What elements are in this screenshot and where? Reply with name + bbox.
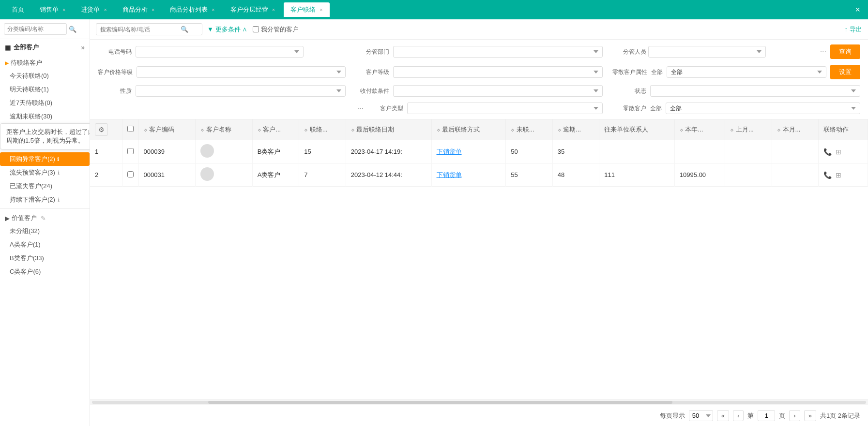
- sidebar-abnormal-repurchase[interactable]: 回购异常客户(2) ℹ: [0, 152, 90, 166]
- price-grade-select[interactable]: [137, 66, 346, 78]
- th-this-month-label: ⬦ 本月...: [777, 126, 800, 133]
- retail-customer-label: 零散客户: [612, 104, 646, 113]
- next-page-button[interactable]: ›: [789, 410, 800, 421]
- type-dots[interactable]: ···: [355, 104, 365, 113]
- th-name[interactable]: ⬦ 客户名称: [196, 119, 253, 140]
- dept-select[interactable]: [393, 46, 603, 58]
- customer-type-label: 客户类型: [369, 104, 403, 113]
- dept-control: [393, 46, 603, 58]
- sidebar-declining[interactable]: 持续下滑客户(2) ℹ: [0, 193, 90, 206]
- grid-action-icon-1[interactable]: ⊞: [836, 148, 841, 156]
- payment-select[interactable]: [393, 85, 603, 97]
- close-window-button[interactable]: ×: [855, 5, 860, 15]
- customer-search-input[interactable]: [100, 26, 178, 33]
- sidebar-tomorrow-pending[interactable]: 明天待联络(1): [0, 83, 90, 96]
- td-this-year-2: 10995.00: [674, 163, 725, 187]
- last-page-button[interactable]: »: [804, 410, 816, 421]
- my-customer-checkbox-wrap[interactable]: 我分管的客户: [253, 25, 299, 34]
- td-last-method-1[interactable]: 下销货单: [431, 140, 506, 163]
- scroll-track[interactable]: [92, 401, 866, 404]
- query-button[interactable]: 查询: [830, 44, 860, 59]
- value-customer-label: 价值客户: [12, 214, 37, 222]
- sidebar-b-class[interactable]: B类客户(33): [0, 251, 90, 265]
- th-last-date-label: ⬦ 最后联络日期: [351, 126, 395, 133]
- customer-grade-select[interactable]: [393, 66, 603, 78]
- td-last-month-1: [725, 140, 772, 163]
- prev-page-button[interactable]: ‹: [733, 410, 744, 421]
- table-header-row: ⚙ ⬦ 客户编码 ⬦ 客户名称 ⬦ 客户...: [90, 119, 868, 140]
- scroll-thumb[interactable]: [208, 401, 672, 404]
- horizontal-scrollbar[interactable]: [90, 399, 868, 405]
- all-customers-section[interactable]: ▦ 全部客户 »: [0, 39, 90, 56]
- nav-sales[interactable]: 销售单 ×: [33, 2, 72, 17]
- call-icon-1[interactable]: 📞: [823, 148, 832, 156]
- td-checkbox-1: [122, 140, 138, 163]
- gender-select[interactable]: [136, 85, 346, 97]
- status-control: [650, 85, 860, 97]
- th-pending: ⬦ 未联...: [506, 119, 553, 140]
- settings-button[interactable]: 设置: [830, 65, 860, 79]
- grid-action-icon-2[interactable]: ⊞: [836, 171, 841, 179]
- nav-customer-contact[interactable]: 客户联络 ×: [284, 2, 329, 17]
- nav-analysis[interactable]: 商品分析 ×: [116, 2, 161, 17]
- pending-contact-group[interactable]: ▶ 待联络客户: [0, 56, 90, 69]
- sidebar-search-icon[interactable]: 🔍: [69, 26, 76, 33]
- data-table-area: ⚙ ⬦ 客户编码 ⬦ 客户名称 ⬦ 客户...: [90, 119, 868, 399]
- sidebar-a-class[interactable]: A类客户(1): [0, 238, 90, 251]
- my-customer-checkbox[interactable]: [253, 26, 259, 32]
- select-all-checkbox[interactable]: [127, 126, 134, 132]
- nav-customer-mgmt[interactable]: 客户分层经营 ×: [224, 2, 282, 17]
- row-1-checkbox[interactable]: [127, 148, 134, 154]
- sidebar-today-pending[interactable]: 今天待联络(0): [0, 69, 90, 83]
- th-gear: ⚙: [90, 119, 122, 140]
- per-page-select[interactable]: 50 10 20 100: [689, 410, 713, 421]
- retail-customer-filter: 零散客户 全部 全部: [612, 103, 860, 114]
- page-number-input[interactable]: [758, 410, 775, 421]
- status-label: 状态: [612, 87, 646, 95]
- phone-input[interactable]: [136, 46, 304, 58]
- nav-customer-contact-close[interactable]: ×: [320, 7, 322, 13]
- sidebar-c-class[interactable]: C类客户(6): [0, 265, 90, 279]
- row-2-checkbox[interactable]: [127, 171, 134, 177]
- last-method-link-1[interactable]: 下销货单: [437, 148, 462, 155]
- sidebar-lost-warning[interactable]: 流失预警客户(3) ℹ: [0, 166, 90, 179]
- sidebar-overdue-pending[interactable]: 逾期未联络(30): [0, 110, 90, 123]
- manager-dots[interactable]: ···: [818, 47, 828, 56]
- manager-input[interactable]: [648, 46, 765, 58]
- status-select[interactable]: [650, 85, 860, 97]
- td-last-method-2[interactable]: 下销货单: [431, 163, 506, 187]
- nav-analysis-list[interactable]: 商品分析列表 ×: [163, 2, 221, 17]
- sidebar-ungroup[interactable]: 未分组(32): [0, 224, 90, 238]
- nav-purchase[interactable]: 进货单 ×: [74, 2, 113, 17]
- nav-analysis-close[interactable]: ×: [152, 7, 154, 13]
- export-button[interactable]: ↑ 导出: [845, 25, 863, 34]
- th-code[interactable]: ⬦ 客户编码: [138, 119, 196, 140]
- th-last-date: ⬦ 最后联络日期: [346, 119, 431, 140]
- nav-sales-close[interactable]: ×: [62, 7, 65, 13]
- sidebar-7days-pending[interactable]: 近7天待联络(0): [0, 96, 90, 110]
- value-customer-group[interactable]: ▶ 价值客户 ✎: [0, 211, 90, 224]
- customer-grade-label: 客户等级: [355, 68, 389, 76]
- more-conditions-button[interactable]: ▼ 更多条件 ∧: [207, 25, 248, 34]
- customer-type-select[interactable]: [407, 103, 603, 114]
- last-method-link-2[interactable]: 下销货单: [437, 171, 462, 178]
- retail-attr-select[interactable]: 全部: [667, 66, 826, 78]
- edit-icon[interactable]: ✎: [41, 215, 46, 222]
- total-records-label: 共1页 2条记录: [820, 411, 860, 420]
- retail-customer-select[interactable]: 全部: [666, 103, 860, 114]
- nav-home[interactable]: 首页: [5, 2, 31, 17]
- grid-icon: ▦: [5, 44, 11, 51]
- search-magnifier-icon[interactable]: 🔍: [181, 26, 188, 33]
- filter-grid-row2: 客户价格等级 客户等级 零散客户属性 全部 全部: [98, 62, 860, 82]
- nav-purchase-close[interactable]: ×: [104, 7, 107, 13]
- call-icon-2[interactable]: 📞: [823, 171, 832, 179]
- table-gear-button[interactable]: ⚙: [95, 123, 108, 136]
- nav-customer-contact-label: 客户联络: [290, 5, 316, 14]
- first-page-button[interactable]: «: [717, 410, 729, 421]
- nav-customer-mgmt-close[interactable]: ×: [272, 7, 275, 13]
- sidebar-search-input[interactable]: [4, 23, 67, 35]
- collapse-button[interactable]: »: [81, 44, 85, 51]
- retail-attr-control: 全部: [667, 66, 826, 78]
- sidebar-lost-confirmed[interactable]: 已流失客户(24): [0, 179, 90, 193]
- nav-analysis-list-close[interactable]: ×: [212, 7, 214, 13]
